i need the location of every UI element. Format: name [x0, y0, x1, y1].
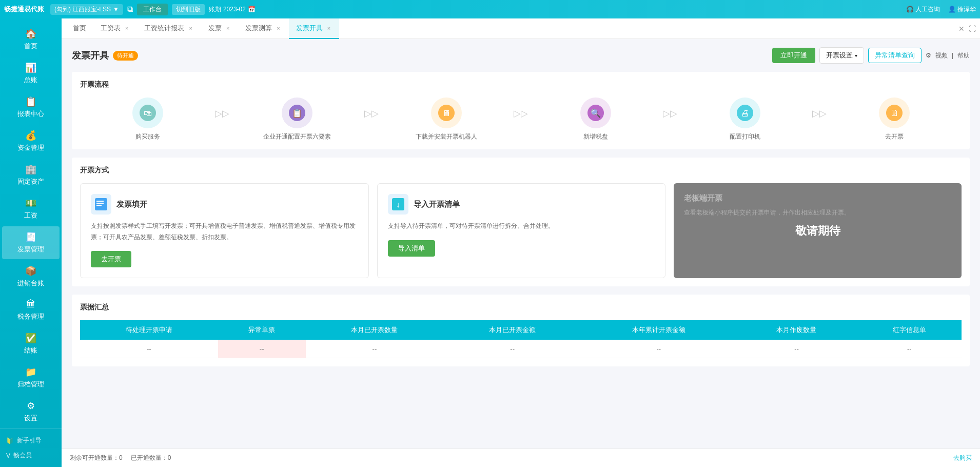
tab-invoice-tool[interactable]: 发票开具 × — [289, 18, 339, 39]
sidebar-item-archive[interactable]: 📁 归档管理 — [2, 361, 60, 394]
page-header: 发票开具 待开通 立即开通 开票设置 ▾ 异常清单查询 ⚙ 视频 | 帮助 — [72, 47, 970, 64]
copy-icon[interactable]: ⧉ — [127, 5, 133, 14]
user-name: 徐泽华 — [957, 5, 976, 14]
reports-icon: 📋 — [25, 96, 36, 107]
page-area: 发票开具 待开通 立即开通 开票设置 ▾ 异常清单查询 ⚙ 视频 | 帮助 — [62, 39, 980, 449]
tab-salary-table-close[interactable]: × — [124, 25, 130, 32]
period-display: 账期 2023-02 📅 — [209, 5, 256, 14]
buy-link[interactable]: 去购买 — [953, 454, 972, 462]
adddisk-label: 新增税盘 — [583, 132, 608, 141]
sidebar-item-reports[interactable]: 📋 报表中心 — [2, 91, 60, 124]
process-step-adddisk: 🔍 新增税盘 — [528, 98, 663, 141]
cell-abnormal: -- — [218, 340, 306, 358]
billing-section-title: 开票方式 — [80, 166, 962, 175]
settings-icon: ⚙ — [27, 400, 35, 412]
sidebar-item-guide[interactable]: 🔰 新手引导 — [2, 433, 60, 448]
funds-icon: 💰 — [25, 130, 36, 141]
svg-rect-13 — [96, 201, 104, 202]
purchase-icon: 📦 — [25, 265, 36, 277]
summary-table: 待处理开票申请 异常单票 本月已开票数量 本月已开票金额 本年累计开票金额 本月… — [80, 320, 962, 358]
sidebar-item-tax-label: 税务管理 — [17, 312, 44, 321]
cell-year-amount: -- — [581, 340, 736, 358]
sidebar-item-invoice[interactable]: 🧾 发票管理 — [2, 226, 60, 259]
svg-rect-15 — [96, 205, 102, 206]
workspace-button[interactable]: 工作台 — [137, 4, 168, 15]
invoice-icon: 🧾 — [25, 231, 36, 243]
col-abnormal: 异常单票 — [218, 320, 306, 340]
user-profile[interactable]: 👤 徐泽华 — [948, 5, 976, 14]
switch-old-button[interactable]: 切到旧版 — [172, 4, 205, 15]
billing-methods: 发票填开 支持按照发票样式手工填写开发票；可开具增值税电子普通发票、增值税普通发… — [80, 183, 962, 278]
tab-close-icon[interactable]: ✕ — [958, 25, 965, 33]
open-settings-button[interactable]: 开票设置 ▾ — [819, 47, 864, 64]
sidebar: 🏠 首页 📊 总账 📋 报表中心 💰 资金管理 🏢 固定资产 💵 工资 🧾 发票… — [0, 18, 62, 467]
col-month-amount: 本月已开票金额 — [443, 320, 581, 340]
tab-invoice-calc-close[interactable]: × — [275, 25, 281, 32]
tab-invoice-list-close[interactable]: × — [225, 25, 231, 32]
coming-soon-text: 敬请期待 — [795, 223, 840, 239]
tab-salary-table[interactable]: 工资表 × — [93, 18, 137, 39]
sidebar-item-home[interactable]: 🏠 首页 — [2, 23, 60, 56]
sidebar-item-settlement[interactable]: ✅ 结账 — [2, 327, 60, 360]
process-flow: 🛍 购买服务 ▷▷ 📋 企业开通配置开票六要素 ▷▷ — [80, 98, 962, 141]
ledger-icon: 📊 — [25, 62, 36, 73]
tab-salary-stats-close[interactable]: × — [187, 25, 193, 32]
summary-table-row: -- -- -- -- -- -- -- — [80, 340, 962, 358]
tab-salary-stats[interactable]: 工资统计报表 × — [137, 18, 201, 39]
tab-invoice-list[interactable]: 发票 × — [201, 18, 238, 39]
sidebar-item-purchase[interactable]: 📦 进销台账 — [2, 260, 60, 293]
process-section: 开票流程 🛍 购买服务 ▷▷ 📋 企业开 — [72, 72, 970, 149]
sidebar-item-ledger-label: 总账 — [24, 75, 37, 85]
svg-text:🖹: 🖹 — [890, 109, 898, 118]
sidebar-item-settlement-label: 结账 — [24, 346, 37, 355]
calendar-icon[interactable]: 📅 — [248, 6, 256, 13]
sidebar-item-ledger[interactable]: 📊 总账 — [2, 57, 60, 90]
chevron-down-icon: ▾ — [855, 53, 857, 59]
svg-text:📋: 📋 — [292, 108, 302, 118]
tab-invoice-tool-close[interactable]: × — [326, 25, 332, 32]
activate-now-button[interactable]: 立即开通 — [772, 48, 815, 63]
download-label: 下载并安装开票机器人 — [416, 132, 477, 141]
boss-invoice-card: 老板端开票 查看老板端小程序提交的开票申请，并作出相应处理及开票。 敬请期待 — [674, 183, 962, 278]
consultant-link[interactable]: 🎧 人工咨询 — [906, 5, 940, 14]
col-void-count: 本月作废数量 — [736, 320, 857, 340]
sidebar-item-settings[interactable]: ⚙ 设置 — [2, 395, 60, 428]
main-layout: 🏠 首页 📊 总账 📋 报表中心 💰 资金管理 🏢 固定资产 💵 工资 🧾 发票… — [0, 18, 980, 467]
tab-maximize-icon[interactable]: ⛶ — [969, 25, 976, 33]
printer-icon: 🖨 — [730, 98, 760, 128]
sidebar-item-assets[interactable]: 🏢 固定资产 — [2, 159, 60, 191]
sidebar-item-tax[interactable]: 🏛 税务管理 — [2, 294, 60, 326]
home-icon: 🏠 — [25, 28, 36, 40]
abnormal-query-button[interactable]: 异常清单查询 — [868, 48, 922, 63]
sidebar-item-settings-label: 设置 — [24, 414, 37, 423]
tab-home[interactable]: 首页 — [66, 18, 93, 39]
svg-rect-12 — [95, 198, 107, 210]
sidebar-item-salary[interactable]: 💵 工资 — [2, 192, 60, 225]
cell-red-info: -- — [857, 340, 962, 358]
import-invoice-desc: 支持导入待开票清单，可对待开票清单进行拆分、合并处理。 — [388, 221, 655, 232]
fill-invoice-card-icon — [91, 194, 111, 215]
period-label: 账期 — [209, 5, 221, 14]
sidebar-item-invoice-label: 发票管理 — [17, 245, 44, 254]
go-open-invoice-button[interactable]: 去开票 — [91, 251, 131, 267]
tab-invoice-calc[interactable]: 发票测算 × — [238, 18, 288, 39]
sidebar-bottom: 🔰 新手引导 V 畅会员 📌 取消固定 — [0, 429, 62, 467]
arrow-5: ▷▷ — [812, 108, 827, 119]
user-icon: 👤 — [948, 6, 956, 13]
top-bar: 畅捷通易代账 (勾到) 江西服宝-LSS ▼ ⧉ 工作台 切到旧版 账期 202… — [0, 0, 980, 18]
company-selector[interactable]: (勾到) 江西服宝-LSS ▼ — [50, 4, 123, 15]
guide-icon: 🔰 — [6, 437, 14, 444]
import-list-button[interactable]: 导入清单 — [388, 240, 435, 257]
view-video-link[interactable]: 视频 — [935, 51, 948, 60]
cell-month-amount: -- — [443, 340, 581, 358]
sidebar-item-funds[interactable]: 💰 资金管理 — [2, 125, 60, 158]
process-step-buy: 🛍 购买服务 — [80, 98, 215, 141]
help-link[interactable]: 帮助 — [957, 51, 970, 60]
svg-text:🔍: 🔍 — [591, 108, 601, 118]
buy-service-label: 购买服务 — [135, 132, 160, 141]
import-invoice-card: ↓ 导入开票清单 支持导入待开票清单，可对待开票清单进行拆分、合并处理。 导入清… — [377, 183, 666, 278]
cell-pending: -- — [80, 340, 218, 358]
sidebar-unpin-button[interactable]: 📌 取消固定 — [2, 463, 60, 467]
tab-invoice-list-label: 发票 — [208, 24, 222, 33]
sidebar-item-vip[interactable]: V 畅会员 — [2, 448, 60, 463]
